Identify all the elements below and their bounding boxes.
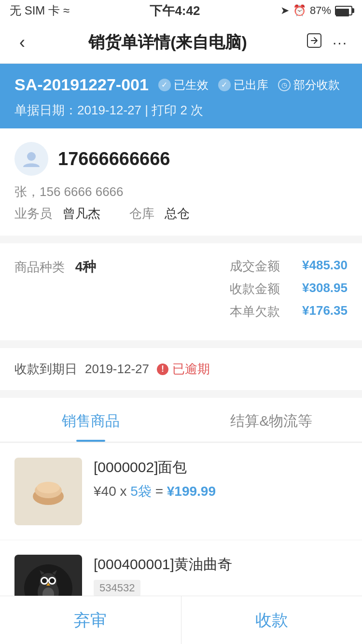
product-info-1: [0000002]面包 ¥40 x 5袋 = ¥199.99 [94,458,348,501]
tab-settlement[interactable]: 结算&物流等 [181,398,362,442]
status-left: 无 SIM 卡 ≈ [10,3,70,18]
warehouse-value: 总仓 [165,206,190,221]
back-button[interactable]: ‹ [14,28,30,57]
collected-value: ¥308.95 [290,280,348,297]
summary-amounts: 成交金额 ¥485.30 收款金额 ¥308.95 本单欠款 ¥176.35 [230,258,348,326]
cancel-button[interactable]: 弃审 [0,596,181,644]
product-sku-2: 534532 [94,580,140,596]
product-image-1 [14,458,82,525]
product-price-1: ¥40 x 5袋 = ¥199.99 [94,482,348,501]
confirm-button[interactable]: 收款 [181,596,362,644]
types-value: 4种 [75,259,97,274]
bottom-bar: 弃审 收款 [0,596,362,644]
collected-label: 收款金额 [230,280,280,297]
product-name-1: [0000002]面包 [94,458,348,477]
page-title: 销货单详情(来自电脑) [88,31,247,54]
svg-point-11 [50,578,55,583]
svg-point-10 [42,578,47,583]
overdue-icon: ! [157,364,168,375]
product-total-1: ¥199.99 [167,484,216,499]
overdue-label: 已逾期 [172,361,210,378]
tab-products[interactable]: 销售商品 [0,398,181,442]
svg-point-4 [37,482,60,493]
status-right: ➤ ⏰ 87% [280,4,352,17]
amount-value: ¥485.30 [290,258,348,275]
types-label: 商品种类 [14,260,65,274]
summary-section: 商品种类 4种 成交金额 ¥485.30 收款金额 ¥308.95 本单欠款 ¥… [0,243,362,340]
agent-value: 曾凡杰 [63,206,100,221]
status-bar: 无 SIM 卡 ≈ 下午4:42 ➤ ⏰ 87% [0,0,362,21]
check-shipped-icon: ✓ [218,79,231,91]
due-label: 收款到期日 [14,361,77,378]
clock-icon: ◷ [278,79,291,91]
share-button[interactable] [306,32,323,53]
status-effective: ✓ 已生效 [158,77,209,93]
order-header: SA-20191227-001 ✓ 已生效 ✓ 已出库 ◷ 部分收款 单据日期：… [0,64,362,128]
warehouse-label: 仓库 [129,206,154,221]
order-date: 单据日期：2019-12-27 | 打印 2 次 [14,102,348,119]
product-qty-1: 5袋 [130,484,152,499]
svg-point-1 [27,152,36,161]
agent-label: 业务员 [14,206,52,221]
customer-sub-info: 张，156 6666 6666 [14,183,348,200]
nav-bar: ‹ 销货单详情(来自电脑) ··· [0,21,362,64]
customer-phone: 17666666666 [58,149,170,169]
product-item: [0000002]面包 ¥40 x 5袋 = ¥199.99 [0,443,362,540]
battery-icon [335,6,352,15]
customer-meta: 业务员 曾凡杰 仓库 总仓 [14,205,348,222]
due-date-section: 收款到期日 2019-12-27 ! 已逾期 [0,348,362,390]
overdue-badge: ! 已逾期 [157,361,210,378]
more-button[interactable]: ··· [333,34,348,51]
tab-bar: 销售商品 结算&物流等 [0,398,362,442]
sim-label: 无 SIM 卡 ≈ [10,3,70,18]
customer-section: 17666666666 张，156 6666 6666 业务员 曾凡杰 仓库 总… [0,128,362,236]
debt-value: ¥176.35 [290,303,348,320]
battery-label: 87% [310,4,331,17]
due-date: 2019-12-27 [85,362,149,377]
product-name-2: [000400001]黄油曲奇 [94,555,348,574]
status-shipped: ✓ 已出库 [218,77,268,93]
debt-label: 本单欠款 [230,303,280,320]
nav-actions: ··· [306,32,348,53]
location-icon: ➤ [280,4,289,17]
alarm-icon: ⏰ [293,4,306,17]
order-id: SA-20191227-001 [14,75,149,94]
amount-label: 成交金额 [230,258,280,275]
status-partial: ◷ 部分收款 [278,77,340,93]
check-effective-icon: ✓ [158,79,171,91]
status-time: 下午4:42 [150,2,200,19]
customer-avatar [14,142,48,176]
